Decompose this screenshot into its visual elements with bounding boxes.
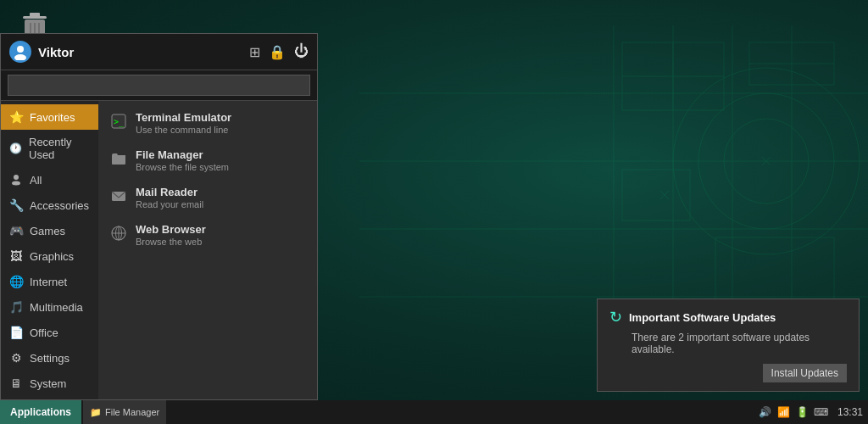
sidebar-internet-label: Internet — [30, 276, 67, 288]
svg-point-29 — [14, 54, 26, 60]
notification-title: Important Software Updates — [629, 311, 776, 324]
settings-icon: ⚙ — [9, 351, 23, 365]
app-web-browser[interactable]: Web Browser Browse the web — [98, 216, 317, 254]
menu-user: Viktor — [9, 41, 74, 63]
sidebar-multimedia-label: Multimedia — [30, 301, 83, 314]
menu-sidebar: ⭐ Favorites 🕐 Recently Used All 🔧 Access… — [1, 101, 98, 399]
sidebar-item-settings[interactable]: ⚙ Settings — [1, 345, 98, 371]
notification-text: There are 2 important software updates a… — [632, 332, 847, 355]
file-manager-taskbar-button[interactable]: 📁 File Manager — [83, 400, 166, 424]
globe-icon — [110, 225, 127, 242]
system-icon: 🖥 — [9, 377, 23, 390]
terminal-info: Terminal Emulator Use the command line — [136, 111, 231, 135]
sidebar-item-all[interactable]: All — [1, 167, 98, 192]
app-mail-reader[interactable]: Mail Reader Read your email — [98, 179, 317, 216]
office-icon: 📄 — [9, 326, 23, 339]
menu-header-icons: ⊞ 🔒 ⏻ — [249, 43, 309, 60]
internet-icon: 🌐 — [9, 275, 23, 288]
taskbar-right: 🔊 📶 🔋 ⌨ 13:31 — [760, 406, 868, 418]
web-browser-info: Web Browser Browse the web — [136, 223, 206, 247]
svg-point-31 — [12, 181, 20, 186]
sidebar-item-games[interactable]: 🎮 Games — [1, 218, 98, 243]
sidebar-games-label: Games — [30, 225, 65, 237]
sidebar-item-internet[interactable]: 🌐 Internet — [1, 269, 98, 294]
taskbar-time: 13:31 — [837, 406, 863, 418]
file-manager-desc: Browse the file system — [136, 162, 229, 172]
web-browser-desc: Browse the web — [136, 237, 206, 247]
battery-icon[interactable]: 🔋 — [797, 406, 809, 418]
update-icon: ↻ — [609, 308, 622, 326]
taskbar-window-icon: 📁 — [90, 407, 102, 418]
folder-icon — [110, 150, 127, 167]
sidebar-item-graphics[interactable]: 🖼 Graphics — [1, 243, 98, 269]
sidebar-item-system[interactable]: 🖥 System — [1, 371, 98, 396]
app-file-manager[interactable]: File Manager Browse the file system — [98, 142, 317, 179]
start-menu: Viktor ⊞ 🔒 ⏻ ⭐ Favorites 🕐 Rece — [0, 33, 318, 400]
sidebar-recently-used-label: Recently Used — [29, 136, 90, 161]
sidebar-item-office[interactable]: 📄 Office — [1, 320, 98, 345]
taskbar: Applications 📁 File Manager 🔊 📶 🔋 ⌨ 13:3… — [0, 400, 868, 424]
menu-search-bar — [1, 70, 317, 101]
sidebar-favorites-label: Favorites — [30, 111, 75, 124]
desktop: Trash Viktor ⊞ 🔒 ⏻ — [0, 0, 868, 424]
applications-button[interactable]: Applications — [0, 400, 81, 424]
menu-header: Viktor ⊞ 🔒 ⏻ — [1, 34, 317, 70]
network-icon[interactable]: 📶 — [778, 406, 790, 418]
accessories-icon: 🔧 — [9, 198, 23, 212]
app-terminal[interactable]: >_ Terminal Emulator Use the command lin… — [98, 104, 317, 142]
notification-header: ↻ Important Software Updates — [609, 308, 847, 326]
taskbar-window-label: File Manager — [105, 407, 159, 417]
recently-used-icon: 🕐 — [9, 142, 22, 155]
mail-reader-name: Mail Reader — [136, 186, 203, 198]
mail-icon — [110, 187, 127, 204]
keyboard-icon[interactable]: ⌨ — [815, 406, 827, 418]
user-name: Viktor — [38, 45, 74, 59]
volume-icon[interactable]: 🔊 — [760, 406, 771, 418]
mail-reader-info: Mail Reader Read your email — [136, 186, 203, 209]
svg-text:>_: >_ — [114, 117, 125, 127]
terminal-icon: >_ — [110, 113, 127, 130]
favorites-icon: ⭐ — [9, 110, 23, 124]
sidebar-item-accessories[interactable]: 🔧 Accessories — [1, 192, 98, 218]
svg-rect-23 — [30, 13, 40, 17]
menu-body: ⭐ Favorites 🕐 Recently Used All 🔧 Access… — [1, 101, 317, 399]
multimedia-icon: 🎵 — [9, 300, 23, 314]
install-updates-button[interactable]: Install Updates — [763, 364, 847, 382]
power-header-icon[interactable]: ⏻ — [294, 43, 309, 60]
svg-point-28 — [17, 46, 24, 53]
menu-content: >_ Terminal Emulator Use the command lin… — [98, 101, 317, 399]
user-avatar — [9, 41, 31, 63]
terminal-desc: Use the command line — [136, 125, 231, 135]
sidebar-item-favorites[interactable]: ⭐ Favorites — [1, 104, 98, 130]
graphics-icon: 🖼 — [9, 249, 23, 263]
all-icon — [9, 173, 23, 187]
mail-reader-desc: Read your email — [136, 199, 203, 209]
file-manager-name: File Manager — [136, 148, 229, 161]
sidebar-accessories-label: Accessories — [30, 199, 89, 212]
files-header-icon[interactable]: ⊞ — [249, 44, 260, 60]
sidebar-system-label: System — [30, 377, 66, 390]
notification-popup: ↻ Important Software Updates There are 2… — [597, 298, 860, 392]
search-input[interactable] — [8, 75, 310, 96]
file-manager-info: File Manager Browse the file system — [136, 148, 229, 172]
sidebar-item-multimedia[interactable]: 🎵 Multimedia — [1, 294, 98, 320]
sidebar-settings-label: Settings — [30, 352, 70, 365]
sidebar-all-label: All — [30, 174, 42, 187]
games-icon: 🎮 — [9, 224, 23, 237]
web-browser-name: Web Browser — [136, 223, 206, 236]
sidebar-item-recently-used[interactable]: 🕐 Recently Used — [1, 130, 98, 167]
sidebar-office-label: Office — [30, 326, 58, 339]
terminal-name: Terminal Emulator — [136, 111, 231, 124]
svg-point-30 — [14, 175, 19, 180]
svg-rect-13 — [622, 170, 690, 220]
sidebar-graphics-label: Graphics — [30, 250, 74, 263]
lock-header-icon[interactable]: 🔒 — [269, 44, 286, 60]
